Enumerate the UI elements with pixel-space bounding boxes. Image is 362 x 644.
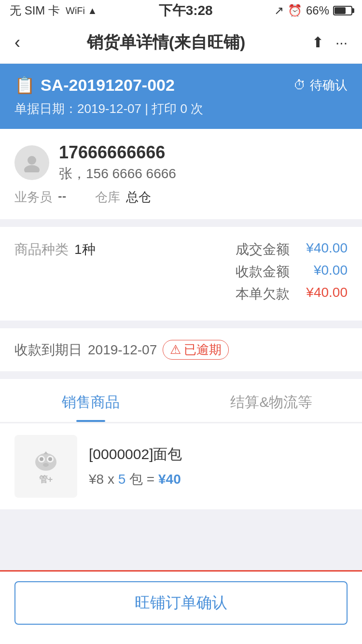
product-types-row: 商品种类 1种 [14, 240, 96, 259]
debt-amount-label: 本单欠款 [236, 285, 290, 303]
more-button[interactable]: ··· [335, 34, 348, 51]
due-date-value: 2019-12-07 [88, 342, 157, 358]
order-icon: 📋 [14, 75, 35, 95]
warehouse-value: 总仓 [126, 189, 151, 206]
overdue-icon: ⚠ [170, 342, 181, 357]
summary-left: 商品种类 1种 [14, 240, 96, 259]
overdue-text: 已逾期 [184, 341, 222, 358]
sales-rep-item: 业务员 -- [14, 189, 66, 206]
received-amount-row: 收款金额 ¥0.00 [236, 263, 348, 281]
product-section: 管+ [0000002]面包 ¥8 x 5 包 = ¥40 [0, 423, 362, 509]
overdue-badge: ⚠ 已逾期 [163, 340, 229, 360]
svg-point-0 [28, 156, 36, 165]
tabs-section: 销售商品 结算&物流等 [0, 379, 362, 422]
battery-percent: 66% [306, 4, 329, 17]
customer-section: 17666666666 张，156 6666 6666 业务员 -- 仓库 总仓 [0, 129, 362, 219]
order-date: 单据日期：2019-12-07 | 打印 0 次 [14, 100, 348, 117]
total-value: ¥40 [158, 472, 181, 487]
carrier-text: 无 SIM 卡 [10, 3, 60, 18]
price-value: ¥8 [89, 472, 104, 487]
order-id-text: SA-20191207-002 [41, 76, 175, 95]
deal-amount-row: 成交金额 ¥40.00 [236, 240, 348, 259]
product-name: [0000002]面包 [89, 445, 348, 464]
svg-marker-8 [43, 451, 48, 454]
avatar [14, 145, 49, 180]
svg-point-6 [48, 457, 52, 461]
product-thumbnail: 管+ [14, 435, 77, 498]
product-price: ¥8 x 5 包 = ¥40 [89, 470, 348, 489]
due-section: 收款到期日 2019-12-07 ⚠ 已逾期 [0, 328, 362, 371]
wifi-icon: WiFi ▲ [66, 5, 97, 16]
svg-point-7 [43, 463, 49, 467]
status-right: ↗ ⏰ 66% [274, 4, 352, 17]
customer-meta: 业务员 -- 仓库 总仓 [14, 189, 348, 206]
status-left: 无 SIM 卡 WiFi ▲ [10, 3, 97, 18]
quantity-value: 5 [118, 472, 126, 487]
alarm-icon: ⏰ [288, 4, 302, 17]
received-amount-value: ¥0.00 [299, 263, 348, 281]
sales-rep-label: 业务员 [14, 189, 52, 206]
share-button[interactable]: ⬆ [312, 34, 324, 51]
sales-rep-value: -- [58, 189, 66, 206]
battery-bar [333, 6, 352, 15]
status-text: 待确认 [310, 77, 348, 94]
time-display: 下午3:28 [159, 1, 213, 20]
bottom-button-area: 旺铺订单确认 [0, 570, 362, 644]
product-types-value: 1种 [74, 240, 96, 259]
tab-products[interactable]: 销售商品 [0, 379, 181, 422]
product-types-label: 商品种类 [14, 240, 69, 259]
summary-right: 成交金额 ¥40.00 收款金额 ¥0.00 本单欠款 ¥40.00 [236, 240, 348, 307]
product-item: 管+ [0000002]面包 ¥8 x 5 包 = ¥40 [14, 435, 348, 498]
svg-point-5 [40, 457, 43, 461]
status-bar: 无 SIM 卡 WiFi ▲ 下午3:28 ↗ ⏰ 66% [0, 0, 362, 21]
product-logo: 管+ [31, 448, 60, 485]
unit-value: 包 [129, 472, 143, 487]
nav-actions: ⬆ ··· [312, 34, 348, 51]
customer-name-phone: 张，156 6666 6666 [59, 165, 176, 183]
order-status: ⏱ 待确认 [293, 77, 348, 94]
svg-point-1 [24, 165, 40, 172]
page-title: 销货单详情(来自旺铺) [87, 31, 246, 54]
summary-section: 商品种类 1种 成交金额 ¥40.00 收款金额 ¥0.00 本单欠款 ¥40.… [0, 227, 362, 321]
order-header: 📋 SA-20191207-002 ⏱ 待确认 单据日期：2019-12-07 … [0, 64, 362, 129]
customer-info: 17666666666 张，156 6666 6666 [59, 142, 176, 183]
deal-amount-value: ¥40.00 [299, 240, 348, 259]
tab-settlement[interactable]: 结算&物流等 [181, 379, 362, 422]
order-header-top: 📋 SA-20191207-002 ⏱ 待确认 [14, 75, 348, 95]
received-amount-label: 收款金额 [236, 263, 290, 281]
status-clock-icon: ⏱ [293, 78, 306, 93]
deal-amount-label: 成交金额 [236, 240, 290, 259]
price-separator: x [108, 472, 118, 487]
tab-products-label: 销售商品 [62, 394, 120, 410]
confirm-order-label: 旺铺订单确认 [135, 592, 227, 614]
warehouse-item: 仓库 总仓 [95, 189, 151, 206]
customer-phone: 17666666666 [59, 142, 176, 163]
equals-sign: = [147, 472, 158, 487]
debt-amount-row: 本单欠款 ¥40.00 [236, 285, 348, 303]
customer-top: 17666666666 张，156 6666 6666 [14, 142, 348, 183]
location-icon: ↗ [274, 4, 284, 17]
warehouse-label: 仓库 [95, 189, 120, 206]
order-id: 📋 SA-20191207-002 [14, 75, 175, 95]
due-date-label: 收款到期日 [14, 341, 82, 359]
back-button[interactable]: ‹ [14, 32, 20, 53]
tab-settlement-label: 结算&物流等 [230, 394, 312, 410]
debt-amount-value: ¥40.00 [299, 285, 348, 303]
confirm-order-button[interactable]: 旺铺订单确认 [14, 581, 348, 625]
brand-label: 管+ [39, 474, 53, 485]
svg-point-2 [35, 453, 56, 471]
nav-bar: ‹ 销货单详情(来自旺铺) ⬆ ··· [0, 21, 362, 64]
product-info: [0000002]面包 ¥8 x 5 包 = ¥40 [89, 445, 348, 489]
